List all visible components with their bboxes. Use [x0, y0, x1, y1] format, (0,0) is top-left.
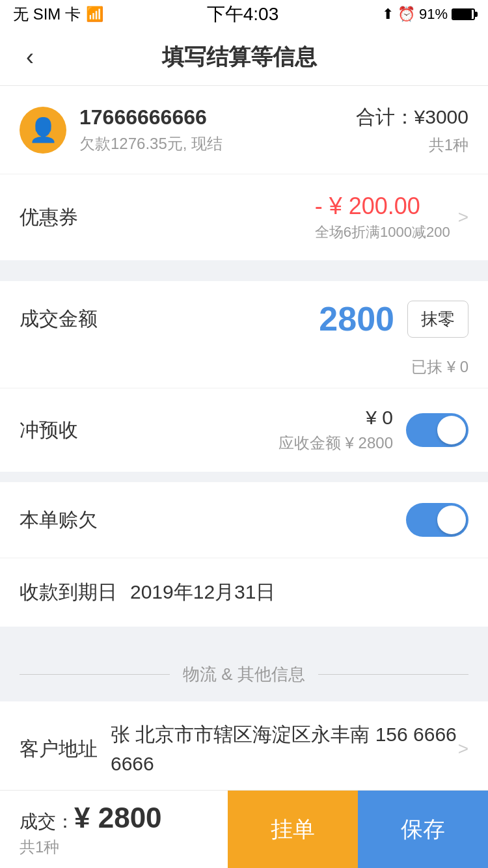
save-button[interactable]: 保存: [358, 791, 488, 869]
amount-value: 2800: [319, 299, 394, 338]
customer-info: 17666666666 欠款1276.35元, 现结: [79, 105, 356, 154]
coupon-discount-block: - ¥ 200.00 全场6折满1000减200: [315, 193, 450, 242]
toggle-knob: [437, 416, 466, 444]
address-label: 客户地址: [20, 736, 98, 763]
bottom-info: 成交：¥ 2800 共1种: [0, 802, 228, 858]
amount-row: 成交金额 2800 抹零: [0, 281, 488, 357]
status-time: 下午4:03: [207, 2, 279, 27]
coupon-right: - ¥ 200.00 全场6折满1000减200 >: [315, 193, 468, 242]
arrears-row: 本单赊欠: [0, 482, 488, 558]
customer-phone: 17666666666: [79, 105, 356, 129]
address-value: 张 北京市市辖区海淀区永丰南 156 6666 6666: [111, 720, 458, 778]
precharge-toggle[interactable]: [406, 413, 468, 447]
bottom-deal-label: 成交：: [20, 811, 74, 832]
location-icon: ⬆: [382, 6, 394, 23]
round-button[interactable]: 抹零: [407, 301, 468, 338]
avatar-icon: 👤: [29, 116, 58, 144]
duedate-value: 2019年12月31日: [130, 579, 275, 606]
bottom-count: 共1种: [20, 837, 208, 858]
logistics-line-left: [20, 674, 170, 675]
precharge-right: ¥ 0 应收金额 ¥ 2800: [278, 407, 468, 454]
customer-sub: 欠款1276.35元, 现结: [79, 133, 356, 154]
coupon-label: 优惠券: [20, 204, 78, 231]
sim-text: 无 SIM 卡: [13, 4, 81, 25]
status-right: ⬆ ⏰ 91%: [382, 6, 475, 23]
logistics-line-right: [318, 674, 468, 675]
precharge-val-block: ¥ 0 应收金额 ¥ 2800: [278, 407, 393, 454]
amount-label: 成交金额: [20, 306, 98, 332]
back-button[interactable]: ‹: [20, 37, 40, 77]
bottom-bar: 成交：¥ 2800 共1种 挂单 保存: [0, 790, 488, 868]
bottom-deal-line: 成交：¥ 2800: [20, 802, 208, 834]
page-title: 填写结算等信息: [47, 42, 432, 72]
customer-card: 👤 17666666666 欠款1276.35元, 现结 合计：¥3000 共1…: [0, 86, 488, 260]
deal-amount-section: 成交金额 2800 抹零 已抹 ¥ 0 冲预收 ¥ 0 应收金额 ¥ 2800: [0, 281, 488, 472]
address-row[interactable]: 客户地址 张 北京市市辖区海淀区永丰南 156 6666 6666 >: [0, 701, 488, 796]
duedate-label: 收款到期日: [20, 579, 117, 606]
total-value: ¥3000: [414, 106, 468, 128]
address-chevron-icon: >: [458, 739, 468, 759]
hang-button[interactable]: 挂单: [228, 791, 358, 869]
duedate-row: 收款到期日 2019年12月31日: [0, 558, 488, 627]
divider-3: [0, 637, 488, 647]
precharge-receivable: 应收金额 ¥ 2800: [278, 433, 393, 454]
customer-total: 合计：¥3000 共1种: [356, 104, 468, 156]
total-label: 合计：: [356, 106, 414, 128]
arrears-label: 本单赊欠: [20, 507, 98, 534]
arrears-toggle[interactable]: [406, 503, 468, 537]
chevron-right-icon: >: [458, 207, 468, 228]
status-bar: 无 SIM 卡 📶 下午4:03 ⬆ ⏰ 91%: [0, 0, 488, 29]
arrears-toggle-knob: [437, 506, 466, 534]
battery-fill: [453, 10, 472, 19]
amount-sub: 已抹 ¥ 0: [0, 357, 488, 388]
amount-right: 2800 抹零: [319, 299, 468, 338]
coupon-discount: - ¥ 200.00: [315, 193, 450, 220]
customer-row: 👤 17666666666 欠款1276.35元, 现结 合计：¥3000 共1…: [0, 86, 488, 174]
total-amount: 合计：¥3000: [356, 104, 468, 131]
logistics-title: 物流 & 其他信息: [170, 663, 318, 686]
battery-icon: [452, 8, 475, 20]
divider-1: [0, 271, 488, 281]
logistics-header: 物流 & 其他信息: [0, 647, 488, 701]
avatar: 👤: [20, 107, 66, 154]
bottom-deal-amount: ¥ 2800: [74, 802, 162, 834]
precharge-row: 冲预收 ¥ 0 应收金额 ¥ 2800: [0, 388, 488, 472]
divider-2: [0, 472, 488, 482]
precharge-amount: ¥ 0: [278, 407, 393, 429]
coupon-desc: 全场6折满1000减200: [315, 223, 450, 242]
status-left: 无 SIM 卡 📶: [13, 4, 103, 25]
precharge-label: 冲预收: [20, 417, 78, 444]
arrears-card: 本单赊欠 收款到期日 2019年12月31日: [0, 482, 488, 627]
nav-bar: ‹ 填写结算等信息: [0, 29, 488, 86]
battery-percent: 91%: [419, 6, 448, 23]
coupon-row[interactable]: 优惠券 - ¥ 200.00 全场6折满1000减200 >: [0, 174, 488, 260]
wifi-icon: 📶: [86, 6, 103, 23]
main-content: 👤 17666666666 欠款1276.35元, 现结 合计：¥3000 共1…: [0, 86, 488, 868]
total-count: 共1种: [356, 135, 468, 156]
alarm-icon: ⏰: [398, 6, 415, 23]
